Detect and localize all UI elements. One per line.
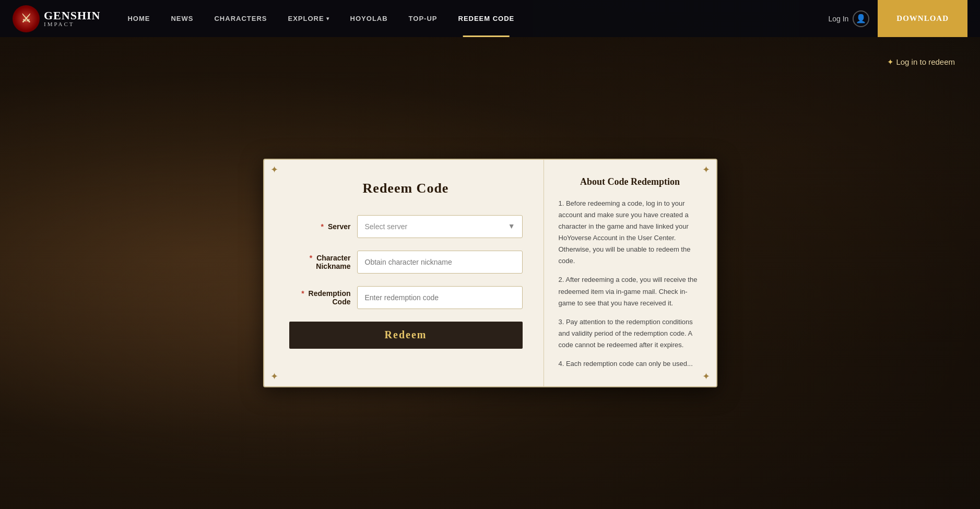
server-label: * Server	[289, 222, 357, 231]
nav-news[interactable]: NEWS	[160, 0, 204, 37]
redemption-code-form-group: * Redemption Code	[289, 286, 523, 309]
about-text-1: 1. Before redeeming a code, log in to yo…	[559, 198, 702, 267]
nav-topup[interactable]: TOP-UP	[398, 0, 448, 37]
nickname-required-star: *	[310, 254, 312, 262]
logo[interactable]: ⚔ GENSHIN IMPACT	[13, 5, 100, 32]
logo-subtitle: IMPACT	[44, 21, 100, 27]
nav-explore[interactable]: EXPLORE ▾	[277, 0, 339, 37]
login-to-redeem-link[interactable]: Log in to redeem	[887, 57, 955, 67]
explore-chevron-icon: ▾	[326, 16, 329, 21]
about-text-3: 3. Pay attention to the redemption condi…	[559, 316, 702, 351]
nav-hoyolab[interactable]: HOYOLAB	[340, 0, 398, 37]
redeem-button[interactable]: Redeem	[289, 322, 523, 349]
redemption-code-input[interactable]	[357, 286, 523, 309]
navbar: ⚔ GENSHIN IMPACT HOME NEWS CHARACTERS EX…	[0, 0, 980, 37]
modal-left-panel: Redeem Code * Server Select server Ameri…	[264, 160, 544, 386]
nav-links: HOME NEWS CHARACTERS EXPLORE ▾ HOYOLAB T…	[117, 0, 828, 37]
nav-redeem[interactable]: REDEEM CODE	[448, 0, 525, 37]
character-nickname-input[interactable]	[357, 251, 523, 274]
server-form-group: * Server Select server America Europe As…	[289, 215, 523, 238]
code-required-star: *	[301, 289, 304, 298]
character-nickname-form-group: * Character Nickname	[289, 251, 523, 274]
about-text-4: 4. Each redemption code can only be used…	[559, 358, 702, 370]
user-icon: 👤	[853, 10, 869, 27]
logo-icon: ⚔	[13, 5, 40, 32]
about-text: 1. Before redeeming a code, log in to yo…	[559, 198, 702, 370]
server-select[interactable]: Select server America Europe Asia TW/HK/…	[357, 215, 523, 238]
modal-title: Redeem Code	[289, 181, 523, 196]
download-button[interactable]: Download	[878, 0, 967, 37]
server-required-star: *	[321, 222, 324, 231]
logo-title: GENSHIN	[44, 10, 100, 21]
about-title: About Code Redemption	[559, 176, 702, 187]
nav-home[interactable]: HOME	[117, 0, 160, 37]
hero-section: Log in to redeem ✦ ✦ Redeem Code * Serve…	[0, 0, 980, 509]
logo-emoji: ⚔	[21, 12, 31, 26]
character-nickname-label: * Character Nickname	[289, 254, 357, 270]
nav-right: Log In 👤 Download	[828, 0, 967, 37]
corner-decoration-bl: ✦	[270, 371, 278, 382]
modal-right-panel: About Code Redemption 1. Before redeemin…	[544, 160, 716, 386]
server-select-wrapper: Select server America Europe Asia TW/HK/…	[357, 215, 523, 238]
logo-text: GENSHIN IMPACT	[44, 10, 100, 27]
login-label: Log In	[828, 15, 848, 23]
corner-decoration-br: ✦	[702, 371, 710, 382]
redemption-code-label: * Redemption Code	[289, 289, 357, 306]
nav-characters[interactable]: CHARACTERS	[204, 0, 277, 37]
login-button[interactable]: Log In 👤	[828, 10, 869, 27]
about-text-2: 2. After redeeming a code, you will rece…	[559, 274, 702, 309]
redeem-modal: ✦ ✦ Redeem Code * Server Select server A…	[263, 159, 717, 387]
